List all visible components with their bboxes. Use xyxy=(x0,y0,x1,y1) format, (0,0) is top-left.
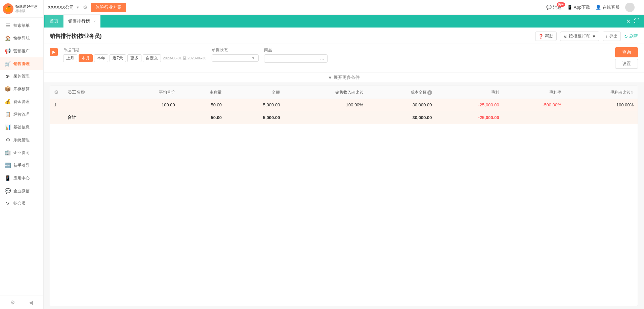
guide-icon: 🆕 xyxy=(5,162,11,168)
date-btn-this-year[interactable]: 本年 xyxy=(94,54,108,62)
page-header-actions: ❓ 帮助 🖨 按模板打印 ▼ ↑ 导出 ↻ 刷新 xyxy=(535,32,638,41)
sidebar-footer: ⚙ ◀ xyxy=(0,296,43,309)
col-name-label: 员工名称 xyxy=(68,90,85,95)
goods-input-more[interactable]: ... xyxy=(320,56,324,61)
expand-more-conditions[interactable]: ▼ 展开更多条件 xyxy=(44,72,644,83)
profit-pct-sort-icon[interactable]: ⇅ xyxy=(631,91,634,94)
goods-input-group: ... xyxy=(264,54,328,63)
col-name: 员工名称 xyxy=(63,86,123,99)
company-selector[interactable]: XXXXXX公司 ▼ xyxy=(48,4,80,10)
settings-gear-icon[interactable]: ⚙ xyxy=(83,4,87,10)
topbar-right: 💬 消息 99+ 📱 App下载 👤 在线客服 xyxy=(546,3,640,12)
message-btn[interactable]: 💬 消息 99+ xyxy=(546,4,562,10)
appstore-icon: 📱 xyxy=(5,175,11,181)
goods-filter-group: 商品 ... xyxy=(264,47,328,63)
date-btn-custom[interactable]: 自定义 xyxy=(143,54,161,62)
online-service-btn[interactable]: 👤 在线客服 xyxy=(596,4,620,10)
sidebar-item-marketing[interactable]: 📢 营销推广 xyxy=(0,45,43,57)
sidebar-item-wechat[interactable]: 💬 企业微信 xyxy=(0,185,43,197)
sidebar-item-label-finance: 资金管理 xyxy=(13,99,30,105)
sidebar-item-basic[interactable]: 📊 基础信息 xyxy=(0,121,43,134)
sidebar-item-label-appstore: 应用中心 xyxy=(13,175,30,181)
operation-icon: 📋 xyxy=(5,111,11,117)
sidebar-item-operation[interactable]: 📋 经营管理 xyxy=(0,108,43,121)
sidebar-item-label-inventory: 库存核算 xyxy=(13,86,30,92)
sidebar-collapse-icon[interactable]: ◀ xyxy=(29,299,33,306)
footer-cost: 30,000.00 xyxy=(367,111,436,124)
col-profit: 毛利 xyxy=(436,86,503,99)
tab-sales-ranking[interactable]: 销售排行榜 × xyxy=(63,15,100,28)
date-btn-last-month[interactable]: 上月 xyxy=(63,54,77,62)
col-avg-price: 平均单价 xyxy=(123,86,179,99)
goods-filter-label: 商品 xyxy=(264,47,328,53)
query-btn[interactable]: 查询 xyxy=(615,47,638,57)
export-icon: ↑ xyxy=(606,34,608,39)
service-label: 在线客服 xyxy=(602,4,620,10)
status-filter-group: 单据状态 ▼ xyxy=(212,47,259,62)
tab-action-close-icon[interactable]: ✕ xyxy=(626,18,631,24)
sidebar-item-label-shortcut: 快捷导航 xyxy=(13,36,30,41)
sidebar-item-enterprise[interactable]: 🏢 企业协同 xyxy=(0,146,43,159)
table-col-settings-icon[interactable]: ⚙ xyxy=(54,89,58,95)
sidebar-item-system[interactable]: ⚙ 系统管理 xyxy=(0,134,43,146)
trial-btn[interactable]: 体验行业方案 xyxy=(91,3,126,12)
table-area: ⚙ 员工名称 平均单价 主数量 全额 销售收入占比% 成本全额i xyxy=(50,86,638,306)
sidebar-item-search[interactable]: ☰ 搜索菜单 xyxy=(0,19,43,32)
date-btn-more[interactable]: 更多 xyxy=(127,54,141,62)
date-filter-group: 单据日期 上月 本月 本年 近7天 更多 自定义 2023-06-01 至 20… xyxy=(63,47,206,62)
cell-profit-pct: 100.00% xyxy=(565,99,638,111)
sidebar-item-inventory[interactable]: 📦 库存核算 xyxy=(0,83,43,95)
filter-expand-btn[interactable]: ▶ xyxy=(50,48,58,56)
cell-rank: 1 xyxy=(50,99,63,111)
help-icon: ❓ xyxy=(538,34,544,39)
sidebar-item-sales[interactable]: 🛒 销售管理 xyxy=(0,57,43,70)
status-filter-label: 单据状态 xyxy=(212,47,259,53)
topbar: XXXXXX公司 ▼ ⚙ 体验行业方案 💬 消息 99+ 📱 App下载 👤 在… xyxy=(44,0,644,15)
sidebar: 🍊 畅康通好生意 标准版 ☰ 搜索菜单 🏠 快捷导航 📢 营销推广 🛒 销售管理… xyxy=(0,0,44,309)
page-title: 销售排行榜(按业务员) xyxy=(50,33,102,40)
app-name: 畅康通好生意 xyxy=(15,4,38,9)
tab-close-icon[interactable]: × xyxy=(93,19,95,23)
app-icon: 📱 xyxy=(567,5,572,10)
sidebar-settings-icon[interactable]: ⚙ xyxy=(10,299,15,306)
cell-cost: 30,000.00 xyxy=(367,99,436,111)
user-avatar[interactable] xyxy=(625,3,635,12)
sidebar-item-member[interactable]: V 畅会员 xyxy=(0,197,43,210)
col-settings: ⚙ xyxy=(50,86,63,99)
expand-more-icon: ▼ xyxy=(328,75,332,80)
sidebar-item-finance[interactable]: 💰 资金管理 xyxy=(0,95,43,108)
sidebar-item-label-search: 搜索菜单 xyxy=(13,23,30,29)
cell-name xyxy=(63,99,123,111)
app-label: App下载 xyxy=(574,4,590,10)
tab-action-expand-icon[interactable]: ⛶ xyxy=(634,18,639,24)
cost-info-icon[interactable]: i xyxy=(427,90,432,95)
sidebar-item-guide[interactable]: 🆕 新手引导 xyxy=(0,159,43,172)
export-btn[interactable]: ↑ 导出 xyxy=(603,32,621,41)
main-area: XXXXXX公司 ▼ ⚙ 体验行业方案 💬 消息 99+ 📱 App下载 👤 在… xyxy=(44,0,644,309)
tab-home[interactable]: 首页 xyxy=(45,15,63,28)
sidebar-item-appstore[interactable]: 📱 应用中心 xyxy=(0,172,43,185)
app-sub: 标准版 xyxy=(15,9,38,13)
sidebar-item-label-sales: 销售管理 xyxy=(13,61,30,67)
app-download-btn[interactable]: 📱 App下载 xyxy=(567,4,590,10)
footer-sales-pct xyxy=(284,111,367,124)
table-wrapper: ⚙ 员工名称 平均单价 主数量 全额 销售收入占比% 成本全额i xyxy=(50,86,638,306)
filter-bar: ▶ 单据日期 上月 本月 本年 近7天 更多 自定义 2023-06-01 至 … xyxy=(44,44,644,72)
expand-more-label: 展开更多条件 xyxy=(334,74,360,81)
status-select-arrow: ▼ xyxy=(251,56,255,60)
settings-btn[interactable]: 设置 xyxy=(615,59,638,69)
print-btn[interactable]: 🖨 按模板打印 ▼ xyxy=(560,32,599,41)
date-range-display: 2023-06-01 至 2023-06-30 xyxy=(163,56,207,61)
goods-input[interactable] xyxy=(268,56,318,61)
search-icon: ☰ xyxy=(5,22,11,29)
date-btn-7days[interactable]: 近7天 xyxy=(110,54,126,62)
sidebar-item-shortcut[interactable]: 🏠 快捷导航 xyxy=(0,32,43,45)
sidebar-item-purchase[interactable]: 🛍 采购管理 xyxy=(0,70,43,83)
status-select[interactable]: ▼ xyxy=(212,54,259,62)
col-cost: 成本全额i xyxy=(367,86,436,99)
footer-profit: -25,000.00 xyxy=(436,111,503,124)
help-btn[interactable]: ❓ 帮助 xyxy=(535,32,557,41)
date-btn-this-month[interactable]: 本月 xyxy=(79,54,93,62)
service-icon: 👤 xyxy=(596,5,601,10)
refresh-btn[interactable]: ↻ 刷新 xyxy=(624,33,638,39)
